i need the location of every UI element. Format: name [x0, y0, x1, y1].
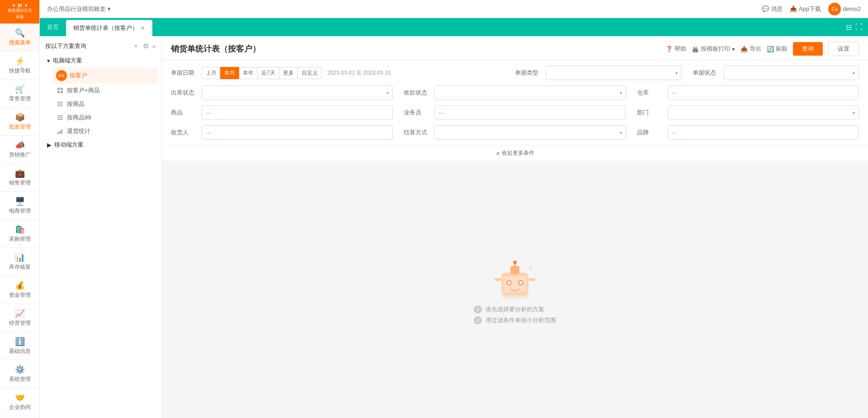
app-download-label: App下载: [799, 5, 821, 13]
tab-sales-stat[interactable]: 销货单统计表（按客户） ✕: [66, 20, 152, 36]
sidebar-logo: 好 畅捷通好生意 标版: [0, 0, 40, 24]
tree-child-by-goods-99[interactable]: 按商品99: [52, 111, 158, 124]
svg-rect-11: [57, 119, 63, 120]
sidebar-item-sales-mgmt[interactable]: 💼 销售管理: [0, 164, 39, 192]
recipient-ellipsis: ···: [206, 129, 211, 136]
wholesale-mgmt-icon: 📦: [15, 112, 25, 122]
export-btn[interactable]: 📤 导出: [741, 45, 761, 53]
receipt-status-dropdown-icon: ▾: [620, 90, 622, 95]
sidebar-item-operations[interactable]: 📈 经营管理: [0, 304, 39, 332]
empty-step-1: 1 请先选择要分析的方案: [474, 305, 556, 314]
goods-control[interactable]: ···: [202, 105, 393, 120]
marketing-icon: 📣: [15, 140, 25, 150]
date-btn-this-year[interactable]: 本年: [239, 67, 258, 79]
user-profile-btn[interactable]: Ea demo2: [828, 3, 861, 15]
avatar-text: Ea: [832, 6, 838, 12]
filter-warehouse-item: 仓库 ···: [637, 86, 859, 100]
sidebar-item-label: 电商管理: [9, 207, 31, 215]
logo-text: 畅捷通好生意: [8, 8, 32, 13]
sidebar-item-ecommerce[interactable]: 🖥️ 电商管理: [0, 192, 39, 220]
filter-salesperson-item: 业务员 ···: [404, 105, 626, 120]
industry-dropdown[interactable]: 办公用品行业模拟账套 ▾: [47, 5, 111, 13]
svg-rect-3: [61, 88, 63, 90]
retail-mgmt-icon: 🛒: [15, 84, 25, 94]
tab-close-icon[interactable]: ✕: [141, 25, 145, 31]
tab-sales-stat-label: 销货单统计表（按客户）: [73, 24, 138, 32]
tree-mobile-expand-icon: ▶: [47, 142, 52, 148]
help-btn[interactable]: ❓ 帮助: [665, 45, 686, 53]
filter-out-status-item: 出库状态 ▾: [171, 86, 393, 100]
left-panel-icons: ＋ ⚙ «: [132, 42, 156, 50]
date-btn-more[interactable]: 更多: [279, 67, 298, 79]
tree-child-by-customer[interactable]: 按客 按客户: [52, 67, 158, 84]
message-btn[interactable]: 💬 消息: [762, 5, 783, 13]
sidebar-item-search-menu[interactable]: 🔍 搜索菜单: [0, 24, 39, 52]
sidebar-item-finance[interactable]: 💰 资金管理: [0, 276, 39, 304]
empty-steps: 1 请先选择要分析的方案 2 用过滤条件来缩小分析范围: [474, 305, 556, 324]
app-download-btn[interactable]: 📥 App下载: [790, 5, 821, 13]
warehouse-ellipsis: ···: [672, 89, 677, 96]
tab-bar: 首页 销货单统计表（按客户） ✕ ⊟ ⛶: [40, 18, 868, 36]
username-label: demo2: [843, 5, 861, 12]
page-actions: ❓ 帮助 🖨️ 按模板打印 ▾ 📤 导出 🔄 刷新: [665, 42, 859, 56]
settings-button[interactable]: 设置: [828, 42, 859, 56]
by-customer-goods-icon: [56, 86, 64, 95]
recipient-control[interactable]: ···: [202, 125, 393, 140]
help-icon: ❓: [665, 46, 673, 52]
sidebar-item-wholesale-mgmt[interactable]: 📦 批发管理: [0, 108, 39, 136]
date-btn-last-7-days[interactable]: 近7天: [257, 67, 279, 79]
sidebar-item-inventory[interactable]: 📊 库存核算: [0, 248, 39, 276]
left-panel: 按以下方案查询 ＋ ⚙ « ▾ 电脑端方案 按客: [40, 36, 162, 418]
sidebar-item-new-guide[interactable]: 🆕 新手引导: [0, 416, 39, 418]
settings-scheme-icon[interactable]: ⚙: [143, 42, 149, 50]
receipt-status-control[interactable]: ▾: [434, 86, 626, 100]
tab-home[interactable]: 首页: [40, 18, 66, 36]
tree-desktop-label: 电脑端方案: [53, 57, 82, 65]
tree-mobile-parent[interactable]: ▶ 移动端方案: [43, 138, 158, 152]
doc-status-label: 单据状态: [693, 69, 720, 77]
collapse-label: 收起更多条件: [502, 149, 534, 157]
svg-rect-13: [59, 131, 61, 134]
tree-section: ▾ 电脑端方案 按客 按客户 按客户+商品: [40, 54, 161, 152]
finance-icon: 💰: [15, 280, 25, 290]
sidebar-item-enterprise-collab[interactable]: 🤝 企业协同: [0, 388, 39, 416]
step-2-text: 用过滤条件来缩小分析范围: [486, 316, 556, 324]
tree-child-by-goods[interactable]: 按商品: [52, 97, 158, 111]
sidebar-item-basic-info[interactable]: ℹ️ 基础信息: [0, 332, 39, 360]
by-goods-icon: [56, 100, 64, 108]
date-btn-custom[interactable]: 自定义: [297, 67, 322, 79]
template-print-btn[interactable]: 🖨️ 按模板打印 ▾: [692, 45, 735, 53]
filter-doc-type-item: 单据类型 ▾: [515, 66, 682, 80]
doc-status-control[interactable]: ▾: [723, 66, 859, 80]
dept-control[interactable]: ▾: [668, 105, 859, 120]
sidebar-item-marketing[interactable]: 📣 营销推广: [0, 136, 39, 164]
sidebar-item-system[interactable]: ⚙️ 系统管理: [0, 360, 39, 388]
tree-child-return-stat[interactable]: 退货统计: [52, 124, 158, 138]
salesperson-control[interactable]: ···: [434, 105, 626, 120]
date-btn-this-month[interactable]: 本月: [220, 67, 239, 79]
sidebar-item-label: 营销推广: [9, 151, 31, 159]
query-button[interactable]: 查询: [793, 42, 823, 56]
tab-minimize-icon[interactable]: ⊟: [846, 23, 852, 32]
sidebar-item-retail-mgmt[interactable]: 🛒 零售管理: [0, 80, 39, 108]
collapse-panel-icon[interactable]: «: [152, 42, 156, 50]
warehouse-control[interactable]: ···: [668, 86, 859, 100]
sidebar-item-quick-nav[interactable]: ⚡ 快捷导航: [0, 52, 39, 80]
settlement-control[interactable]: ▾: [434, 125, 626, 140]
tab-fullscreen-icon[interactable]: ⛶: [855, 23, 863, 31]
top-header: 办公用品行业模拟账套 ▾ 💬 消息 📥 App下载 Ea demo2: [40, 0, 868, 18]
filter-date-item: 单据日期 上月 本月 本年 近7天 更多 自定义 2023-03-01 至 20…: [171, 67, 504, 79]
refresh-btn[interactable]: 🔄 刷新: [767, 45, 788, 53]
out-status-control[interactable]: ▾: [202, 86, 393, 100]
svg-rect-7: [57, 104, 63, 104]
collapse-row[interactable]: ∧ 收起更多条件: [162, 145, 868, 161]
tree-child-by-customer-goods-label: 按客户+商品: [67, 86, 100, 95]
brand-control[interactable]: ···: [668, 125, 859, 140]
tree-desktop-parent[interactable]: ▾ 电脑端方案: [43, 54, 158, 67]
sidebar-item-purchase[interactable]: 🛍️ 采购管理: [0, 220, 39, 248]
date-btn-last-month[interactable]: 上月: [202, 67, 221, 79]
add-scheme-icon[interactable]: ＋: [132, 42, 139, 50]
doc-type-control[interactable]: ▾: [546, 66, 682, 80]
tree-child-by-customer-goods[interactable]: 按客户+商品: [52, 84, 158, 97]
filter-receipt-status-item: 收款状态 ▾: [404, 86, 626, 100]
